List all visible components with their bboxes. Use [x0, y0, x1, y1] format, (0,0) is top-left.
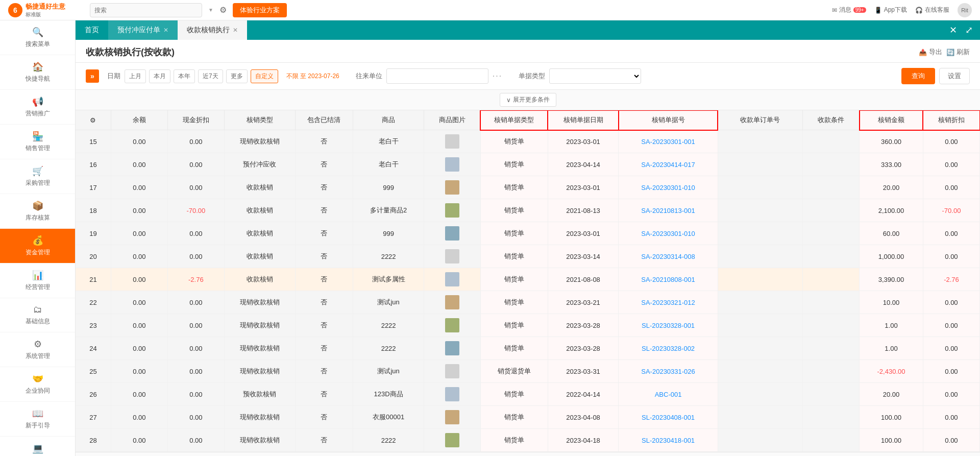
- verify-bill-no-link[interactable]: SA-20230321-012: [641, 299, 695, 306]
- cell-receipt-order-no: [718, 291, 802, 314]
- cell-balance: 0.00: [111, 268, 167, 291]
- sidebar-item-marketing[interactable]: 📢 营销推广: [0, 90, 75, 125]
- tab-receipt-close-icon[interactable]: ✕: [233, 27, 238, 34]
- cell-verify-bill-date: 2023-03-31: [548, 360, 619, 383]
- tab-prepay[interactable]: 预付冲应付单 ✕: [108, 20, 178, 40]
- search-input[interactable]: [90, 3, 202, 17]
- tab-expand-button[interactable]: ⤢: [962, 22, 976, 38]
- cell-verify-type: 现销收款核销: [224, 130, 295, 153]
- expand-conditions-button[interactable]: ∨ 展开更多条件: [500, 93, 556, 107]
- table-wrapper[interactable]: ⚙ 余额 现金折扣 核销类型 包含已结清 商品 商品图片 核销单据类型 核销单据…: [76, 110, 980, 456]
- cell-cash-discount: 0.00: [167, 337, 224, 360]
- filter-toggle-button[interactable]: »: [86, 69, 99, 83]
- basic-icon: 🗂: [33, 304, 42, 315]
- verify-bill-no-link[interactable]: ABC-001: [655, 391, 682, 398]
- sidebar-item-purchase[interactable]: 🛒 采购管理: [0, 159, 75, 194]
- online-service-button[interactable]: 🎧 在线客服: [915, 6, 949, 14]
- cell-balance: 0.00: [111, 360, 167, 383]
- query-button[interactable]: 查询: [901, 68, 935, 84]
- date-last-month-btn[interactable]: 上月: [125, 69, 146, 83]
- cell-verify-discount: 0.00: [923, 153, 979, 176]
- bill-type-select[interactable]: [549, 68, 641, 84]
- tab-close-button[interactable]: ✕: [946, 22, 960, 38]
- cell-no: 15: [76, 130, 111, 153]
- cell-verify-type: 现销收款核销: [224, 406, 295, 429]
- verify-bill-no-link[interactable]: SA-20230301-001: [641, 138, 695, 146]
- refresh-label: 刷新: [957, 47, 970, 57]
- cell-receipt-condition: [803, 199, 860, 222]
- date-more-btn[interactable]: 更多: [226, 69, 248, 83]
- cell-verify-bill-date: 2023-03-01: [548, 130, 619, 153]
- verify-bill-no-link[interactable]: SA-20230414-017: [641, 161, 695, 169]
- avatar[interactable]: Rit: [958, 3, 972, 17]
- cell-verify-amount: 1.00: [860, 337, 923, 360]
- verify-bill-no-link[interactable]: SA-20230314-008: [641, 253, 695, 260]
- top-bar-right: ✉ 消息 99+ 📱 App下载 🎧 在线客服 Rit: [832, 3, 972, 17]
- verify-bill-no-link[interactable]: SA-20230301-010: [641, 184, 695, 191]
- verify-bill-no-link[interactable]: SA-20230331-026: [641, 368, 695, 375]
- cell-verify-bill-type: 销货单: [480, 268, 548, 291]
- sales-icon: 🏪: [32, 131, 43, 142]
- cell-no: 27: [76, 406, 111, 429]
- sidebar-item-corp[interactable]: 🤝 企业协同: [0, 367, 75, 402]
- search-menu-icon: 🔍: [32, 27, 43, 38]
- cell-verify-bill-type: 销货单: [480, 130, 548, 153]
- table-row: 20 0.00 0.00 收款核销 否 2222 销货单 2023-03-14 …: [76, 245, 980, 268]
- logo-text: 畅捷通好生意: [26, 2, 65, 11]
- sidebar-item-quick[interactable]: 🏠 快捷导航: [0, 55, 75, 90]
- verify-bill-no-link[interactable]: SL-20230408-001: [642, 414, 695, 421]
- cell-verify-discount: 0.00: [923, 383, 979, 406]
- cell-verify-bill-no: SA-20210808-001: [619, 268, 718, 291]
- cell-no: 17: [76, 176, 111, 199]
- verify-bill-no-link[interactable]: SL-20230328-002: [642, 345, 695, 352]
- th-balance: 余额: [111, 110, 167, 130]
- date-this-month-btn[interactable]: 本月: [149, 69, 170, 83]
- filter-actions: 查询 设置: [901, 68, 970, 84]
- tab-home[interactable]: 首页: [76, 20, 108, 40]
- cell-verify-discount: 0.00: [923, 360, 979, 383]
- sidebar-item-operation[interactable]: 📊 经营管理: [0, 263, 75, 298]
- date-custom-btn[interactable]: 自定义: [251, 69, 278, 83]
- refresh-button[interactable]: 🔄 刷新: [946, 47, 970, 57]
- app-download-button[interactable]: 📱 App下载: [874, 6, 907, 14]
- cell-verify-bill-type: 销货单: [480, 291, 548, 314]
- sidebar-item-hardware[interactable]: 💻 智能硬件: [0, 437, 75, 456]
- cell-verify-discount: 0.00: [923, 130, 979, 153]
- th-goods: 商品: [353, 110, 424, 130]
- sidebar-item-basic[interactable]: 🗂 基础信息: [0, 298, 75, 332]
- cell-receipt-order-no: [718, 176, 802, 199]
- setting-button[interactable]: 设置: [939, 68, 970, 84]
- sidebar-item-system[interactable]: ⚙ 系统管理: [0, 332, 75, 367]
- verify-bill-no-link[interactable]: SL-20230328-001: [642, 322, 695, 329]
- th-verify-bill-no: 核销单据号: [619, 110, 718, 130]
- sidebar-item-guide[interactable]: 📖 新手引导: [0, 402, 75, 437]
- verify-bill-no-link[interactable]: SA-20210808-001: [641, 276, 695, 283]
- cell-goods-img: [424, 268, 480, 291]
- tab-prepay-close-icon[interactable]: ✕: [163, 27, 168, 34]
- cell-verify-bill-no: SA-20230314-008: [619, 245, 718, 268]
- export-label: 导出: [929, 47, 942, 57]
- th-gear[interactable]: ⚙: [76, 110, 111, 130]
- solution-button[interactable]: 体验行业方案: [233, 3, 287, 17]
- sidebar-item-finance[interactable]: 💰 资金管理: [0, 229, 75, 263]
- cell-no: 24: [76, 337, 111, 360]
- cell-cash-discount: 0.00: [167, 429, 224, 452]
- verify-bill-no-link[interactable]: SA-20230301-010: [641, 230, 695, 237]
- verify-bill-no-link[interactable]: SL-20230418-001: [642, 437, 695, 444]
- cell-verify-type: 收款核销: [224, 176, 295, 199]
- export-button[interactable]: 📤 导出: [919, 47, 942, 57]
- gear-icon[interactable]: ⚙: [219, 5, 227, 15]
- sidebar-item-inventory[interactable]: 📦 库存核算: [0, 194, 75, 229]
- counterparty-input[interactable]: [386, 68, 488, 84]
- date-7days-btn[interactable]: 近7天: [198, 69, 223, 83]
- cell-verify-bill-no: SA-20210813-001: [619, 199, 718, 222]
- cell-verify-bill-type: 销货单: [480, 383, 548, 406]
- cell-verify-bill-no: SA-20230414-017: [619, 153, 718, 176]
- sidebar-item-search[interactable]: 🔍 搜索菜单: [0, 20, 75, 55]
- date-this-year-btn[interactable]: 本年: [174, 69, 195, 83]
- message-button[interactable]: ✉ 消息 99+: [832, 6, 866, 14]
- tab-receipt[interactable]: 收款核销执行 ✕: [178, 20, 247, 40]
- sidebar-item-sales[interactable]: 🏪 销售管理: [0, 125, 75, 159]
- verify-bill-no-link[interactable]: SA-20210813-001: [641, 207, 695, 214]
- sidebar: 🔍 搜索菜单 🏠 快捷导航 📢 营销推广 🏪 销售管理 🛒 采购管理 📦: [0, 20, 76, 456]
